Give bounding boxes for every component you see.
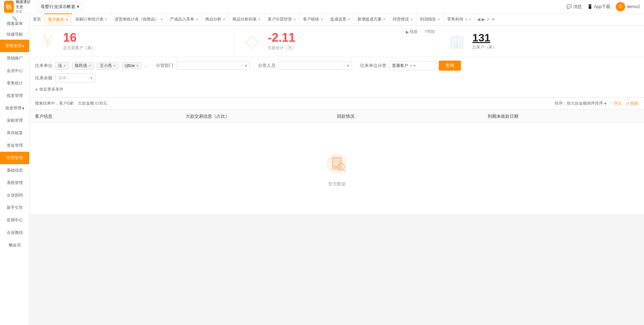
sidebar-item-ops[interactable]: 基础信息	[0, 164, 29, 177]
filter-tag-normal[interactable]: 普通客户 ✕	[392, 63, 412, 69]
tab-ops-close[interactable]: ✕	[410, 17, 413, 21]
dept-select[interactable]: ··· ▾	[176, 62, 250, 70]
filter-row-2: 往来余额 选择... ▾	[35, 73, 639, 82]
logo-area: 畅 畅捷通好生意 标版	[4, 0, 34, 14]
tab-purchase-orders-close[interactable]: ✕	[105, 17, 108, 21]
sidebar-item-member2[interactable]	[0, 251, 29, 258]
tab-prev-icon[interactable]: ◀	[477, 17, 480, 22]
col-header-3: 到期未收款日期	[488, 113, 639, 119]
person-select[interactable]: ··· ▾	[278, 62, 352, 70]
tab-goods-list-close[interactable]: ✕	[258, 17, 261, 21]
balance-chevron: ▾	[90, 76, 92, 80]
export-icon: ↑	[610, 101, 612, 106]
tag-normal-close[interactable]: ✕	[410, 64, 412, 68]
sidebar-item-app-center[interactable]: 企业微信	[0, 226, 29, 239]
sidebar-item-wholesale[interactable]: 批发管理 ▾	[0, 102, 29, 114]
total-customers-label: 总客户（家）	[472, 44, 635, 50]
tab-retail-profit-close[interactable]: ✕	[469, 17, 471, 21]
sidebar-quick-nav[interactable]: 快捷导航	[0, 30, 29, 40]
tag-wang-close[interactable]: ✕	[113, 64, 116, 68]
sort-select[interactable]: 排序：按欠款金额倒序排序 ▾	[555, 101, 606, 106]
message-icon: 💬	[566, 4, 572, 9]
dept-more-icon: ···	[240, 63, 244, 68]
refresh-icon: ↺	[626, 101, 629, 106]
filter-tag-chen[interactable]: 陈民强 ✕	[72, 62, 94, 70]
tab-stock-stat-close[interactable]: ✕	[160, 17, 163, 21]
tab-profit[interactable]: 利润报告 ✕	[417, 13, 444, 26]
tab-goods-list[interactable]: 商品分析列表 ✕	[229, 13, 264, 26]
sidebar-item-system[interactable]: 企业协同	[0, 189, 29, 202]
tab-home[interactable]: 首页	[30, 13, 45, 26]
collapse-button[interactable]: ∧ 收起更多条件	[35, 86, 639, 92]
tab-bar: 首页 客户账本 ✕ 采购订单统计表 ✕ 进货单统计表（按商品） ✕ 产成品入库单…	[30, 13, 644, 26]
tab-accounts-close[interactable]: ✕	[66, 18, 68, 22]
table-area: 客户信息 欠款交易信息（占比） 回款情况 到期未收款日期	[30, 110, 644, 214]
tab-next-icon[interactable]: ▶	[482, 17, 485, 22]
credit-customers-label: 总欠款客户（家）	[63, 45, 226, 51]
tab-goods-analysis[interactable]: 商品分析 ✕	[202, 13, 229, 26]
tab-purchase-orders[interactable]: 采购订单统计表 ✕	[72, 13, 111, 26]
unit-class-select[interactable]: 普通客户 ✕ ▾	[389, 61, 436, 70]
sidebar-item-finance[interactable]: 经营管理	[0, 152, 29, 164]
sidebar-item-wechat[interactable]: 畅会员	[0, 239, 29, 251]
tab-production-close[interactable]: ✕	[196, 17, 198, 21]
filter-tag-wu[interactable]: 伍 ✕	[55, 62, 69, 70]
sidebar-search[interactable]: 🔍 搜索菜单	[0, 13, 29, 30]
empty-area: 暂无数据	[30, 123, 644, 214]
tab-goods-analysis-close[interactable]: ✕	[223, 17, 225, 21]
tab-accounts[interactable]: 客户账本 ✕	[45, 13, 72, 26]
sidebar-item-retail-mgmt[interactable]: 零售管理 ▾	[0, 40, 29, 52]
export-button[interactable]: ↑ 导出	[610, 101, 622, 106]
balance-select[interactable]: 选择... ▾	[55, 73, 95, 82]
sidebar-item-newbie[interactable]: 应用中心	[0, 214, 29, 226]
tab-profit-close[interactable]: ✕	[437, 17, 440, 21]
sidebar-item-member[interactable]: 零售统计	[0, 77, 29, 89]
tab-stock-stat[interactable]: 进货单统计表（按商品） ✕	[111, 13, 167, 26]
sidebar-item-basic[interactable]: 系统管理	[0, 177, 29, 189]
sidebar-item-purchase[interactable]: 库存核算	[0, 127, 29, 139]
tab-reminder[interactable]: 提成设置 ✕	[327, 13, 354, 26]
tab-ops-status[interactable]: 经营情况 ✕	[389, 13, 417, 26]
logo-text: 畅捷通好生意	[16, 0, 34, 9]
tab-close-all-icon[interactable]: ✕	[491, 17, 495, 22]
tab-customer-seg[interactable]: 客户分层经营 ✕	[264, 13, 300, 26]
logo-subtitle: 标版	[16, 9, 34, 14]
tab-production[interactable]: 产成品入库单 ✕	[167, 13, 202, 26]
query-button[interactable]: 查询	[439, 61, 461, 71]
stat-actions: ▶视频 | ?帮助	[406, 29, 435, 35]
sidebar-item-enterprise[interactable]: 新手引导	[0, 202, 29, 214]
sidebar-item-marketing[interactable]: 会员中心	[0, 65, 29, 77]
tab-new-plan[interactable]: 新增提成方案 ✕	[354, 13, 389, 26]
empty-text: 暂无数据	[328, 181, 346, 187]
stats-row: ¥ 16 总欠款客户（家） ◇ -2.11 欠款合计（万） ▶视频 |	[30, 26, 644, 57]
tab-reminder-close[interactable]: ✕	[348, 17, 350, 21]
tab-retail-profit[interactable]: 零售利润（ ✕	[444, 13, 475, 26]
sidebar-item-ecommerce[interactable]: 采购管理	[0, 114, 29, 127]
sidebar-item-inventory[interactable]: 资金管理	[0, 139, 29, 152]
col-header-0: 客户信息	[35, 113, 186, 119]
sidebar-item-retail-store[interactable]: 营销推广	[0, 52, 29, 65]
tag-wu-close[interactable]: ✕	[63, 64, 66, 68]
message-btn[interactable]: 💬 消息	[566, 4, 582, 10]
tab-customer-contact-close[interactable]: ✕	[320, 17, 323, 21]
tab-customer-contact[interactable]: 客户联络 ✕	[300, 13, 327, 26]
sidebar-item-retail-stat[interactable]: 批发管理	[0, 89, 29, 102]
filter-tag-cjttcw[interactable]: cjttcw ✕	[122, 62, 142, 69]
tag-cjttcw-close[interactable]: ✕	[136, 64, 139, 68]
video-btn[interactable]: ▶视频	[406, 29, 418, 35]
col-header-1: 欠款交易信息（占比）	[186, 113, 337, 119]
refresh-button[interactable]: ↺ 刷新	[626, 101, 639, 106]
user-avatar[interactable]: D demo2	[616, 2, 640, 11]
sort-chevron: ▾	[604, 101, 606, 106]
company-selector[interactable]: 母婴行业演示帐套 ▾	[38, 2, 82, 11]
result-actions: 排序：按欠款金额倒序排序 ▾ ↑ 导出 ↺ 刷新	[555, 101, 639, 106]
filter-tag-wang[interactable]: 王小亮 ✕	[97, 62, 119, 70]
dept-label: 分管部门	[156, 63, 173, 69]
tab-new-plan-close[interactable]: ✕	[383, 17, 386, 21]
help-btn[interactable]: ?帮助	[424, 29, 435, 35]
tab-expand-icon[interactable]: ⤢	[486, 17, 490, 22]
tab-customer-seg-close[interactable]: ✕	[293, 17, 296, 21]
app-download-btn[interactable]: 📱 App下载	[587, 4, 610, 10]
tag-chen-close[interactable]: ✕	[88, 64, 91, 68]
filter-more[interactable]: ...	[144, 63, 148, 68]
